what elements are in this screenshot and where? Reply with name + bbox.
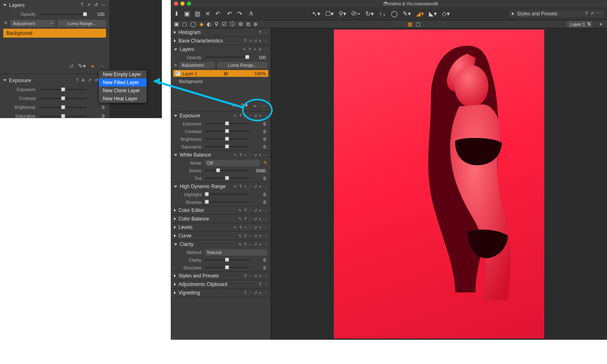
reset-icon[interactable]: ↺ — [254, 153, 257, 157]
grid-view-icon[interactable]: ▦ — [407, 21, 412, 27]
color-tab-icon[interactable]: ◆ — [200, 21, 204, 27]
wb-tint-value[interactable]: 0 — [252, 175, 267, 182]
saturation-value[interactable]: 0 — [91, 113, 106, 119]
reset-icon[interactable]: ↺ — [254, 184, 257, 189]
wb-kelvin-slider[interactable] — [205, 170, 249, 171]
remove-layer-button[interactable]: － — [100, 63, 105, 70]
auto-icon[interactable]: A — [244, 153, 246, 157]
structure-value[interactable]: 0 — [252, 265, 267, 271]
clarity-value[interactable]: 0 — [252, 257, 267, 263]
help-icon[interactable]: ? — [585, 11, 588, 16]
adjustment2-select[interactable]: Adjustment — [179, 62, 215, 68]
fill-tool-icon[interactable]: ◢▾ — [416, 10, 424, 17]
maximize-window-button[interactable] — [187, 2, 191, 6]
opacity-value[interactable]: 100 — [91, 11, 106, 17]
opacity2-slider[interactable] — [205, 57, 249, 58]
exp2-contrast-value[interactable]: 0 — [252, 128, 267, 135]
brush-menu-icon[interactable]: ✎▾ — [241, 102, 248, 110]
expand-icon[interactable]: ↗ — [248, 39, 252, 43]
layer-row-layer1[interactable]: Layer 1 ▤ 100% — [173, 70, 268, 77]
expand-icon[interactable]: ↗ — [248, 184, 252, 189]
exp2-contrast-slider[interactable] — [205, 131, 249, 132]
expand-icon[interactable]: ↗ — [248, 114, 252, 118]
zoom-tool-icon[interactable]: ⚲▾ — [339, 10, 346, 17]
color-editor-header[interactable]: Color Editor✎?↗↺≡⋯ — [171, 206, 271, 214]
layers-panel-header[interactable]: Layers ? ↗ ↺ ⋯ — [0, 0, 109, 10]
close-window-button[interactable] — [174, 2, 178, 6]
hdr-highlight-value[interactable]: 0 — [252, 191, 267, 198]
more-icon[interactable]: ⋯ — [263, 114, 267, 118]
rotate-tool-icon[interactable]: ↻▾ — [365, 10, 374, 17]
more-icon[interactable]: ⋯ — [263, 47, 267, 52]
saturation-slider[interactable] — [40, 116, 87, 117]
crop-tool-icon[interactable]: 〄▾ — [351, 10, 361, 17]
delete-icon[interactable]: ✕ — [205, 10, 210, 17]
brightness-slider[interactable] — [40, 107, 87, 108]
exp2-saturation-slider[interactable] — [205, 146, 249, 147]
exp2-exposure-slider[interactable] — [205, 123, 249, 124]
expand-icon[interactable]: ↗ — [590, 11, 594, 16]
exp2-exposure-value[interactable]: 0 — [252, 121, 267, 127]
structure-slider[interactable] — [205, 267, 249, 268]
more-icon[interactable]: ⋯ — [596, 11, 601, 16]
curve-header[interactable]: Curve✎?↗↺≡⋯ — [171, 232, 271, 240]
undo-icon[interactable]: ↶ — [215, 10, 221, 17]
swap-icon[interactable]: ⇄ — [69, 63, 74, 70]
exposure2-header[interactable]: Exposure✎?A↗↺≡⋯ — [171, 112, 271, 120]
minimize-window-button[interactable] — [180, 2, 185, 6]
luma2-button[interactable]: Luma Range... — [217, 62, 267, 68]
reset-icon[interactable]: ↺ — [95, 78, 98, 83]
clarity-slider[interactable] — [205, 259, 249, 260]
metadata-tab-icon[interactable]: ⓘ — [230, 21, 235, 28]
exp2-saturation-value[interactable]: 0 — [252, 144, 267, 150]
exposure-slider[interactable] — [40, 89, 87, 90]
menu-item-new-filled-layer[interactable]: New Filled Layer — [99, 78, 146, 87]
more-icon[interactable]: ⋯ — [101, 2, 106, 8]
quick-tab-icon[interactable]: ⊕ — [253, 21, 258, 27]
undo2-icon[interactable]: ↶ — [227, 10, 232, 17]
mask-icon[interactable]: ▤ — [224, 71, 228, 76]
new-layer-context-menu[interactable]: New Empty Layer New Filled Layer New Clo… — [98, 70, 147, 103]
text-icon[interactable]: A — [249, 10, 253, 17]
opacity2-value[interactable]: 100 — [252, 54, 267, 61]
auto-icon[interactable]: A — [82, 78, 85, 83]
help-icon[interactable]: ? — [244, 208, 246, 213]
auto-icon[interactable]: A — [244, 184, 246, 189]
expand-icon[interactable]: ↗ — [253, 47, 256, 52]
contrast-slider[interactable] — [40, 98, 87, 99]
add-viewer-icon[interactable]: ＋ — [598, 21, 604, 28]
menu-icon[interactable]: ≡ — [259, 184, 261, 189]
gradient-tool-icon[interactable]: ◣▾ — [429, 10, 437, 17]
more-icon[interactable]: ⋯ — [263, 30, 267, 35]
expand-icon[interactable]: ↗ — [87, 2, 91, 8]
hdr-shadow-value[interactable]: 0 — [252, 199, 267, 205]
adj-clip-header[interactable]: Adjustments Clipboard?⋯ — [171, 280, 271, 288]
wb-tint-slider[interactable] — [205, 178, 249, 179]
single-view-icon[interactable]: ▢ — [416, 21, 420, 27]
hdr-highlight-slider[interactable] — [205, 194, 249, 195]
adjust-tab-icon[interactable]: ☑ — [222, 21, 227, 27]
exposure-panel-header[interactable]: Exposure ? A ↗ ↺ ⋯ — [0, 75, 109, 85]
vignetting-header[interactable]: Vignetting?↗↺≡⋯ — [171, 289, 271, 297]
keystone-tool-icon[interactable]: ⟊▾ — [379, 10, 386, 17]
reset-icon[interactable]: ↺ — [258, 47, 261, 52]
details-tab-icon[interactable]: ⚲ — [214, 21, 219, 27]
eyedropper-icon[interactable]: ✎ — [263, 160, 267, 166]
viewer-layer-select[interactable]: Layer 1⇅ — [567, 21, 592, 28]
layer-row-background2[interactable]: Background — [171, 78, 271, 86]
add-layer-button[interactable]: ＋ — [90, 63, 96, 70]
styles-presets-button[interactable]: Styles and Presets ? ↗ ⋯ — [509, 10, 604, 17]
hdr-header[interactable]: High Dynamic Range✎?A↗↺≡⋯ — [171, 182, 271, 190]
more-icon[interactable]: ⋯ — [263, 184, 267, 189]
swap-icon[interactable]: ⇄ — [232, 102, 237, 110]
add-layer2-button[interactable]: ＋ — [252, 102, 257, 110]
reset-icon[interactable]: ↺ — [254, 114, 257, 118]
menu-icon[interactable]: ≡ — [259, 153, 261, 157]
remove-layer2-button[interactable]: － — [261, 102, 267, 110]
wb-header[interactable]: White Balance✎?A↗↺≡⋯ — [171, 151, 271, 159]
batch-tab-icon[interactable]: ⧉ — [246, 21, 250, 28]
hand-tool-icon[interactable]: ☐▾ — [325, 10, 334, 17]
help-icon[interactable]: ? — [248, 47, 251, 52]
exp2-brightness-value[interactable]: 0 — [252, 136, 267, 142]
lens-tab-icon[interactable]: ◯ — [190, 21, 196, 27]
